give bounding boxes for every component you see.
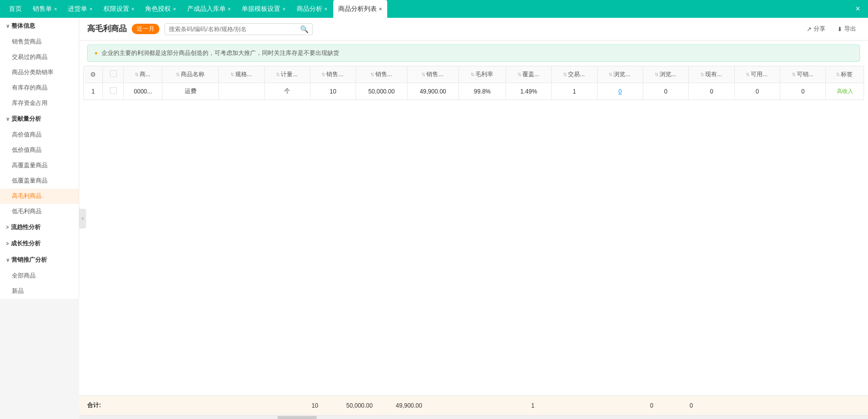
col-header-gross_margin[interactable]: ⇅毛利率 [459, 66, 506, 83]
col-header-current[interactable]: ⇅现有... [689, 66, 734, 83]
col-header-code[interactable]: ⇅商... [124, 66, 162, 83]
content-area: 高毛利商品 近一月 🔍 ↗ 分享 ⬇ 导出 ✦ 企业的主要的利润都是这部分商品创… [79, 18, 868, 419]
col-header-sales_amount[interactable]: ⇅销售... [356, 66, 408, 83]
sidebar-section-成长性分析[interactable]: >成长性分析 [0, 235, 79, 252]
browse-link[interactable]: 0 [618, 88, 622, 95]
sidebar-item-低毛利商品[interactable]: 低毛利商品 [0, 204, 79, 219]
sort-left-icon[interactable]: ⇅ [135, 72, 139, 77]
col-header-tag[interactable]: ⇅标签 [826, 66, 864, 83]
nav-item-商品分析[interactable]: 商品分析× [292, 0, 332, 18]
nav-close-icon[interactable]: × [228, 6, 231, 12]
section-label: 贡献量分析 [11, 115, 41, 123]
nav-close-icon[interactable]: × [324, 6, 327, 12]
search-input[interactable] [169, 26, 298, 33]
share-button[interactable]: ↗ 分享 [803, 23, 829, 35]
nav-item-销售单[interactable]: 销售单× [28, 0, 62, 18]
browse1: 0 [597, 83, 643, 100]
section-arrow-icon: ∨ [6, 116, 9, 122]
sidebar-item-有库存的商品[interactable]: 有库存的商品 [0, 80, 79, 95]
sort-left-icon[interactable]: ⇅ [421, 72, 425, 77]
sort-left-icon[interactable]: ⇅ [276, 72, 280, 77]
sidebar-item-低价值商品[interactable]: 低价值商品 [0, 142, 79, 158]
sidebar-item-新品[interactable]: 新品 [0, 283, 79, 299]
sort-left-icon[interactable]: ⇅ [470, 72, 474, 77]
col-header-transaction[interactable]: ⇅交易... [552, 66, 597, 83]
nav-close-icon[interactable]: × [131, 6, 134, 12]
sort-left-icon[interactable]: ⇅ [517, 72, 521, 77]
sort-left-icon[interactable]: ⇅ [230, 72, 234, 77]
sidebar-item-全部商品[interactable]: 全部商品 [0, 268, 79, 283]
col-label: 浏览... [613, 70, 630, 79]
settings-icon[interactable]: ⚙ [90, 71, 96, 78]
nav-item-首页[interactable]: 首页 [4, 0, 27, 18]
nav-item-产成品入库单[interactable]: 产成品入库单× [182, 0, 236, 18]
col-label: 商品名称 [181, 70, 204, 79]
window-close-button[interactable]: × [852, 4, 864, 13]
nav-item-角色授权[interactable]: 角色授权× [140, 0, 181, 18]
sidebar-section-流趋性分析[interactable]: >流趋性分析 [0, 219, 79, 235]
sidebar-item-高价值商品[interactable]: 高价值商品 [0, 127, 79, 142]
nav-close-icon[interactable]: × [379, 6, 382, 12]
col-header-saleable[interactable]: ⇅可销... [780, 66, 825, 83]
col-header-browse1[interactable]: ⇅浏览... [597, 66, 643, 83]
sidebar-section-贡献量分析[interactable]: ∨贡献量分析 [0, 111, 79, 127]
sort-left-icon[interactable]: ⇅ [700, 72, 704, 77]
nav-item-单据模板设置[interactable]: 单据模板设置× [237, 0, 290, 18]
sidebar-toggle-button[interactable]: « [79, 209, 86, 229]
sort-left-icon[interactable]: ⇅ [321, 72, 325, 77]
sidebar-item-商品分类助销率[interactable]: 商品分类助销率 [0, 65, 79, 80]
sort-left-icon[interactable]: ⇅ [792, 72, 796, 77]
sort-left-icon[interactable]: ⇅ [176, 72, 180, 77]
scrollbar-thumb[interactable] [277, 416, 317, 419]
sidebar-item-低覆盖量商品[interactable]: 低覆盖量商品 [0, 173, 79, 188]
col-header-checkbox[interactable] [103, 66, 124, 83]
row-select-checkbox[interactable] [110, 87, 117, 94]
sidebar-item-库存资金占用[interactable]: 库存资金占用 [0, 95, 79, 111]
filter-recent-month-button[interactable]: 近一月 [132, 24, 159, 34]
sort-left-icon[interactable]: ⇅ [563, 72, 567, 77]
col-header-browse2[interactable]: ⇅浏览... [643, 66, 689, 83]
col-header-sales_qty[interactable]: ⇅销售... [310, 66, 356, 83]
nav-close-icon[interactable]: × [89, 6, 92, 12]
sidebar-item-销售货商品[interactable]: 销售货商品 [0, 34, 79, 49]
nav-close-icon[interactable]: × [282, 6, 285, 12]
col-header-unit[interactable]: ⇅计量... [264, 66, 310, 83]
footer-total: 合计: 10 50,000.00 49,900.00 1 0 0 [79, 395, 868, 415]
search-icon[interactable]: 🔍 [300, 25, 308, 33]
export-button[interactable]: ⬇ 导出 [833, 23, 860, 35]
sales-amount: 50,000.00 [356, 83, 408, 100]
col-header-available[interactable]: ⇅可用... [734, 66, 780, 83]
table-row: 10000...运费个1050,000.0049,900.0099.8%1.49… [84, 83, 864, 100]
sort-left-icon[interactable]: ⇅ [370, 72, 374, 77]
product-unit: 个 [264, 83, 310, 100]
section-arrow-icon: ∨ [6, 23, 9, 29]
col-header-sales_cost[interactable]: ⇅销售... [407, 66, 459, 83]
nav-item-权限设置[interactable]: 权限设置× [99, 0, 139, 18]
search-box: 🔍 [164, 23, 313, 35]
col-header-name[interactable]: ⇅商品名称 [162, 66, 219, 83]
select-all-checkbox[interactable] [110, 70, 117, 77]
horizontal-scrollbar[interactable] [79, 415, 868, 419]
section-arrow-icon: ∨ [6, 257, 9, 263]
sort-left-icon[interactable]: ⇅ [836, 72, 840, 77]
sidebar-item-高毛利商品[interactable]: 高毛利商品 [0, 188, 79, 204]
nav-item-商品分析列表[interactable]: 商品分析列表× [333, 0, 387, 18]
col-header-spec[interactable]: ⇅规格... [219, 66, 264, 83]
sort-left-icon[interactable]: ⇅ [655, 72, 659, 77]
sidebar-section-营销推广分析[interactable]: ∨营销推广分析 [0, 252, 79, 268]
available-stock: 0 [734, 83, 780, 100]
sidebar-item-交易过的商品[interactable]: 交易过的商品 [0, 49, 79, 65]
sidebar-item-高覆盖量商品[interactable]: 高覆盖量商品 [0, 158, 79, 173]
sidebar-section-整体信息[interactable]: ∨整体信息 [0, 18, 79, 34]
total-sales-qty: 10 [295, 402, 335, 409]
col-header-coverage[interactable]: ⇅覆盖... [506, 66, 552, 83]
nav-item-进货单[interactable]: 进货单× [63, 0, 97, 18]
col-label: 标签 [841, 70, 853, 79]
nav-close-icon[interactable]: × [173, 6, 176, 12]
col-label: 规格... [235, 70, 252, 79]
sort-left-icon[interactable]: ⇅ [609, 72, 613, 77]
nav-close-icon[interactable]: × [54, 6, 57, 12]
data-table: ⚙⇅商...⇅商品名称⇅规格...⇅计量...⇅销售...⇅销售...⇅销售..… [83, 66, 864, 100]
sort-left-icon[interactable]: ⇅ [746, 72, 750, 77]
col-header-settings[interactable]: ⚙ [84, 66, 103, 83]
